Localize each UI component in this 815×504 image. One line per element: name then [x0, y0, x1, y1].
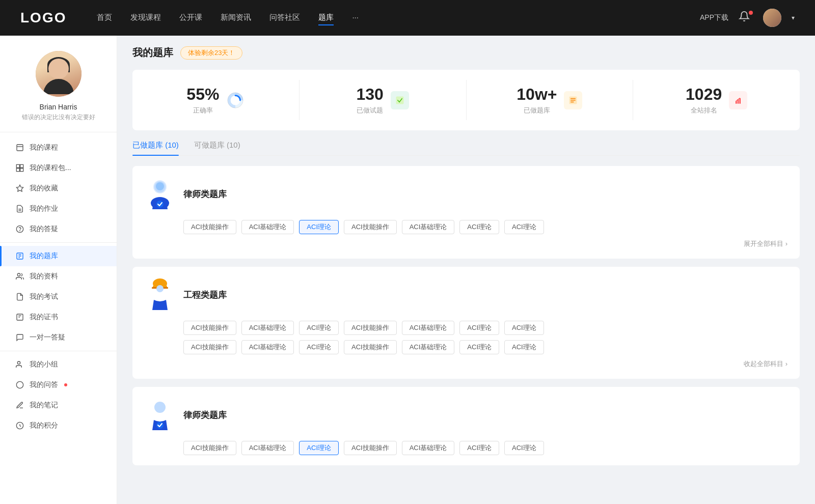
- tag-0-1[interactable]: ACI基础理论: [241, 220, 294, 234]
- nav-qbank[interactable]: 题库: [318, 11, 334, 25]
- content-area: 我的题库 体验剩余23天！ 55% 正确率: [117, 36, 815, 504]
- svg-point-20: [16, 381, 23, 388]
- tag-2-2[interactable]: ACI理论: [299, 441, 339, 455]
- tag-1-8[interactable]: ACI基础理论: [241, 340, 294, 354]
- svg-rect-32: [736, 101, 737, 103]
- sidebar-item-my-cert[interactable]: 我的证书: [0, 307, 117, 327]
- stat-done-questions-label: 已做试题: [356, 106, 383, 115]
- sidebar: Brian Harris 错误的决定比没有决定要好 我的课程 我的课程包...: [0, 36, 117, 504]
- qbank-header-0: 律师类题库: [145, 176, 787, 212]
- sidebar-item-my-questions[interactable]: 我的问答: [0, 375, 117, 395]
- tag-0-6[interactable]: ACI理论: [504, 220, 544, 234]
- tag-2-4[interactable]: ACI基础理论: [402, 441, 455, 455]
- navbar-right: APP下载 ▾: [700, 9, 795, 27]
- expand-link-1[interactable]: 收起全部科目 ›: [145, 359, 787, 369]
- engineer-icon: [146, 278, 174, 312]
- qbank-card-1: 工程类题库 ACI技能操作 ACI基础理论 ACI理论 ACI技能操作 ACI基…: [132, 267, 800, 379]
- stat-accuracy-icon: [226, 91, 244, 109]
- tag-2-0[interactable]: ACI技能操作: [183, 441, 236, 455]
- sidebar-item-my-group[interactable]: 我的小组: [0, 354, 117, 375]
- tag-1-4[interactable]: ACI基础理论: [402, 321, 455, 335]
- sidebar-menu: 我的课程 我的课程包... 我的收藏 我的作业: [0, 137, 117, 436]
- tag-1-0[interactable]: ACI技能操作: [183, 321, 236, 335]
- tag-2-5[interactable]: ACI理论: [459, 441, 499, 455]
- tag-2-1[interactable]: ACI基础理论: [241, 441, 294, 455]
- tag-0-4[interactable]: ACI基础理论: [402, 220, 455, 234]
- logo[interactable]: LOGO: [20, 10, 66, 26]
- profile-icon: [15, 272, 24, 281]
- sidebar-item-my-course[interactable]: 我的课程: [0, 137, 117, 158]
- stat-rank-value: 1029: [686, 85, 722, 104]
- qbank-name-1: 工程类题库: [183, 289, 227, 301]
- sidebar-item-my-profile[interactable]: 我的资料: [0, 266, 117, 287]
- nav-open-course[interactable]: 公开课: [179, 11, 202, 25]
- nav-home[interactable]: 首页: [97, 11, 112, 25]
- svg-point-38: [156, 182, 164, 190]
- sidebar-item-course-package[interactable]: 我的课程包...: [0, 158, 117, 178]
- sidebar-item-my-notes-label: 我的笔记: [30, 401, 58, 410]
- app-download-button[interactable]: APP下载: [700, 13, 728, 22]
- sidebar-item-my-points[interactable]: 我的积分: [0, 415, 117, 436]
- nav-discover[interactable]: 发现课程: [130, 11, 161, 25]
- tag-1-3[interactable]: ACI技能操作: [344, 321, 397, 335]
- sidebar-item-my-notes[interactable]: 我的笔记: [0, 395, 117, 415]
- tab-available-qbank[interactable]: 可做题库 (10): [194, 141, 240, 155]
- tag-1-9[interactable]: ACI理论: [299, 340, 339, 354]
- nav-qa[interactable]: 问答社区: [269, 11, 300, 25]
- tag-1-11[interactable]: ACI基础理论: [402, 340, 455, 354]
- tag-1-1[interactable]: ACI基础理论: [241, 321, 294, 335]
- sidebar-divider-2: [0, 351, 117, 351]
- svg-rect-24: [396, 96, 403, 104]
- avatar-image: [763, 9, 781, 27]
- tag-0-2[interactable]: ACI理论: [299, 220, 339, 234]
- notification-dot: [749, 11, 753, 15]
- tag-1-10[interactable]: ACI技能操作: [344, 340, 397, 354]
- sidebar-item-favorites[interactable]: 我的收藏: [0, 178, 117, 199]
- nav-menu: 首页 发现课程 公开课 新闻资讯 问答社区 题库 ···: [97, 11, 700, 25]
- tag-0-5[interactable]: ACI理论: [459, 220, 499, 234]
- lawyer-icon: [146, 178, 174, 211]
- qbank-icon-1: [145, 277, 175, 313]
- tab-bar: 已做题库 (10) 可做题库 (10): [132, 141, 800, 156]
- tag-1-6[interactable]: ACI理论: [504, 321, 544, 335]
- stat-rank-icon: [729, 91, 747, 109]
- nav-news[interactable]: 新闻资讯: [221, 11, 251, 25]
- page-header: 我的题库 体验剩余23天！: [132, 46, 800, 60]
- tag-0-0[interactable]: ACI技能操作: [183, 220, 236, 234]
- avatar[interactable]: [763, 9, 781, 27]
- tag-1-5[interactable]: ACI理论: [459, 321, 499, 335]
- tag-1-13[interactable]: ACI理论: [504, 340, 544, 354]
- tag-2-6[interactable]: ACI理论: [504, 441, 544, 455]
- qbank-header-2: 律师类题库: [145, 397, 787, 433]
- avatar-chevron-icon[interactable]: ▾: [792, 14, 795, 21]
- sidebar-item-my-course-label: 我的课程: [30, 143, 58, 152]
- chart-icon: [729, 91, 747, 109]
- stat-done-banks-label: 已做题库: [517, 106, 557, 115]
- stat-accuracy-label: 正确率: [186, 106, 219, 115]
- sidebar-item-my-exam[interactable]: 我的考试: [0, 287, 117, 307]
- stat-accuracy-content: 55% 正确率: [186, 85, 219, 115]
- list-icon: [564, 91, 582, 109]
- expand-link-0[interactable]: 展开全部科目 ›: [145, 239, 787, 248]
- sidebar-item-one-on-one[interactable]: 一对一答疑: [0, 327, 117, 348]
- sidebar-item-my-qbank[interactable]: 我的题库: [0, 246, 117, 266]
- check-icon: [391, 91, 409, 109]
- notification-bell[interactable]: [739, 11, 753, 25]
- qbank-tags-2: ACI技能操作 ACI基础理论 ACI理论 ACI技能操作 ACI基础理论 AC…: [183, 441, 787, 455]
- svg-rect-5: [20, 169, 23, 172]
- tag-0-3[interactable]: ACI技能操作: [344, 220, 397, 234]
- sidebar-item-my-qbank-label: 我的题库: [30, 251, 58, 261]
- sidebar-item-my-qa[interactable]: 我的答疑: [0, 219, 117, 239]
- stat-done-banks-icon: [564, 91, 582, 109]
- tab-done-qbank[interactable]: 已做题库 (10): [132, 141, 179, 155]
- sidebar-item-my-cert-label: 我的证书: [30, 313, 58, 322]
- tag-2-3[interactable]: ACI技能操作: [344, 441, 397, 455]
- nav-more[interactable]: ···: [352, 11, 359, 25]
- stat-rank-content: 1029 全站排名: [686, 85, 722, 115]
- sidebar-item-homework[interactable]: 我的作业: [0, 199, 117, 219]
- avatar-face: [48, 59, 69, 79]
- tag-1-7[interactable]: ACI技能操作: [183, 340, 236, 354]
- page-title: 我的题库: [132, 46, 173, 60]
- tag-1-12[interactable]: ACI理论: [459, 340, 499, 354]
- tag-1-2[interactable]: ACI理论: [299, 321, 339, 335]
